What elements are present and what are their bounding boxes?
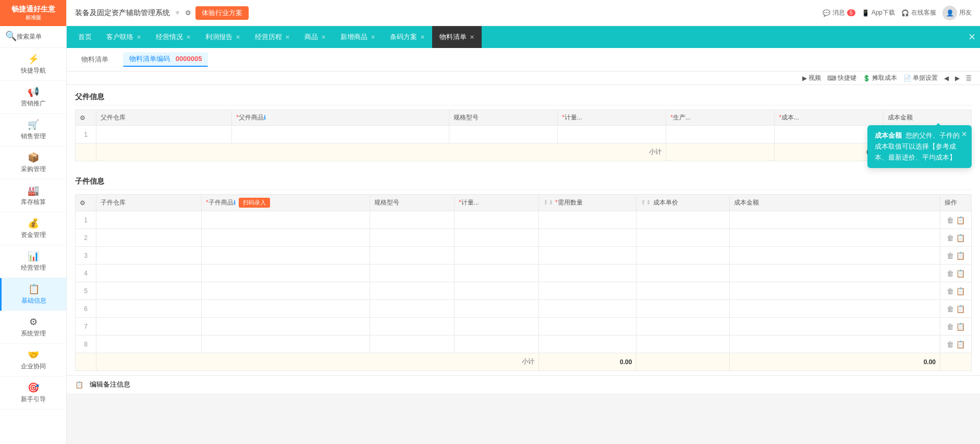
sidebar-item-sales[interactable]: 🛒 销售管理 xyxy=(0,114,66,147)
child-row-3-spec[interactable] xyxy=(370,247,455,265)
sidebar-item-operations[interactable]: 📊 经营管理 xyxy=(0,245,66,278)
child-row-2-unit[interactable] xyxy=(454,229,538,247)
tab-bom-close[interactable]: ✕ xyxy=(470,34,474,41)
sidebar-item-quicknav[interactable]: ⚡ 快捷导航 xyxy=(0,48,66,81)
user-btn[interactable]: 👤 用友 xyxy=(942,6,972,20)
prev-btn[interactable]: ◀ xyxy=(944,75,949,82)
subtab-list[interactable]: 物料清单 xyxy=(75,53,115,66)
child-row-1-product[interactable] xyxy=(202,211,370,229)
child-row-4-product[interactable] xyxy=(202,265,370,282)
child-row-5-warehouse[interactable] xyxy=(96,282,202,300)
tab-business[interactable]: 经营情况 ✕ xyxy=(149,26,198,48)
child-row-1-unit[interactable] xyxy=(454,211,538,229)
copy-icon-3[interactable]: 📋 xyxy=(956,251,965,260)
sidebar-item-finance[interactable]: 💰 资金管理 xyxy=(0,212,66,245)
tab-history-close[interactable]: ✕ xyxy=(285,34,290,41)
parent-row-1-unit[interactable] xyxy=(558,126,666,143)
sidebar-item-system[interactable]: ⚙ 系统管理 xyxy=(0,311,66,344)
child-row-2-spec[interactable] xyxy=(370,229,455,247)
child-row-7-qty[interactable] xyxy=(538,318,636,335)
tab-barcode-close[interactable]: ✕ xyxy=(420,34,425,41)
delete-icon-7[interactable]: 🗑 xyxy=(947,322,954,331)
sidebar-item-search[interactable]: 🔍 搜索菜单 xyxy=(0,26,66,48)
child-row-1-unit-cost[interactable] xyxy=(636,211,729,229)
cost-btn[interactable]: 💲 摊取成本 xyxy=(863,74,897,82)
child-row-2-unit-cost[interactable] xyxy=(636,229,729,247)
child-col-settings[interactable]: ⚙ xyxy=(76,195,96,211)
child-row-6-spec[interactable] xyxy=(370,300,455,318)
delete-icon-6[interactable]: 🗑 xyxy=(947,305,954,313)
child-row-8-product[interactable] xyxy=(202,335,370,353)
child-row-7-spec[interactable] xyxy=(370,318,455,335)
tab-bom[interactable]: 物料清单 ✕ xyxy=(432,26,482,48)
tab-home[interactable]: 首页 xyxy=(71,26,99,48)
copy-icon-8[interactable]: 📋 xyxy=(956,340,965,349)
child-row-7-product[interactable] xyxy=(202,318,370,335)
child-row-6-qty[interactable] xyxy=(538,300,636,318)
sidebar-item-basic[interactable]: 📋 基础信息 xyxy=(0,278,66,311)
child-row-4-warehouse[interactable] xyxy=(96,265,202,282)
child-row-4-unit[interactable] xyxy=(454,265,538,282)
child-row-3-product[interactable] xyxy=(202,247,370,265)
child-row-5-cost-amt[interactable] xyxy=(729,282,940,300)
child-row-3-qty[interactable] xyxy=(538,247,636,265)
child-row-7-unit-cost[interactable] xyxy=(636,318,729,335)
child-row-3-unit-cost[interactable] xyxy=(636,247,729,265)
child-row-5-spec[interactable] xyxy=(370,282,455,300)
child-row-6-cost-amt[interactable] xyxy=(729,300,940,318)
tooltip-close-btn[interactable]: ✕ xyxy=(961,128,967,140)
tab-business-close[interactable]: ✕ xyxy=(186,34,191,41)
sidebar-item-inventory[interactable]: 🏭 库存核算 xyxy=(0,179,66,212)
next-btn[interactable]: ▶ xyxy=(955,75,960,82)
delete-icon-8[interactable]: 🗑 xyxy=(947,340,954,349)
tab-customer[interactable]: 客户联络 ✕ xyxy=(99,26,149,48)
child-row-8-unit[interactable] xyxy=(454,335,538,353)
parent-row-1-warehouse[interactable] xyxy=(96,126,232,143)
child-row-4-spec[interactable] xyxy=(370,265,455,282)
child-row-1-qty[interactable] xyxy=(538,211,636,229)
child-row-8-spec[interactable] xyxy=(370,335,455,353)
child-row-5-unit-cost[interactable] xyxy=(636,282,729,300)
tab-customer-close[interactable]: ✕ xyxy=(137,34,141,41)
copy-icon-1[interactable]: 📋 xyxy=(956,216,965,224)
gear-btn[interactable]: ⚙ xyxy=(185,9,191,17)
delete-icon-5[interactable]: 🗑 xyxy=(947,287,954,295)
parent-col-settings[interactable]: ⚙ xyxy=(76,110,96,126)
copy-icon-5[interactable]: 📋 xyxy=(956,287,965,295)
child-row-6-unit[interactable] xyxy=(454,300,538,318)
child-row-4-cost-amt[interactable] xyxy=(729,265,940,282)
child-row-7-unit[interactable] xyxy=(454,318,538,335)
delete-icon-1[interactable]: 🗑 xyxy=(947,216,954,224)
sidebar-item-marketing[interactable]: 📢 营销推广 xyxy=(0,81,66,114)
subtab-code[interactable]: 物料清单编码 0000005 xyxy=(123,52,208,67)
child-row-6-product[interactable] xyxy=(202,300,370,318)
child-row-5-unit[interactable] xyxy=(454,282,538,300)
child-row-7-warehouse[interactable] xyxy=(96,318,202,335)
child-row-2-warehouse[interactable] xyxy=(96,229,202,247)
child-row-6-unit-cost[interactable] xyxy=(636,300,729,318)
try-btn[interactable]: 体验行业方案 xyxy=(195,6,249,20)
parent-row-1-prod[interactable] xyxy=(666,126,775,143)
delete-icon-3[interactable]: 🗑 xyxy=(947,251,954,260)
scan-btn[interactable]: 扫码录入 xyxy=(239,198,270,208)
grid-view-btn[interactable]: ☰ xyxy=(966,75,972,82)
child-row-8-qty[interactable] xyxy=(538,335,636,353)
child-row-6-warehouse[interactable] xyxy=(96,300,202,318)
parent-row-1-spec[interactable] xyxy=(449,126,557,143)
child-row-1-cost-amt[interactable] xyxy=(729,211,940,229)
child-row-1-warehouse[interactable] xyxy=(96,211,202,229)
tab-history[interactable]: 经营历程 ✕ xyxy=(248,26,297,48)
tab-product-close[interactable]: ✕ xyxy=(321,34,326,41)
sidebar-item-collab[interactable]: 🤝 企业协同 xyxy=(0,344,66,377)
child-row-2-cost-amt[interactable] xyxy=(729,229,940,247)
parent-row-1-product[interactable] xyxy=(232,126,449,143)
child-row-8-cost-amt[interactable] xyxy=(729,335,940,353)
child-row-2-product[interactable] xyxy=(202,229,370,247)
parent-row-1-cost[interactable] xyxy=(775,126,883,143)
child-row-1-spec[interactable] xyxy=(370,211,455,229)
tab-newproduct[interactable]: 新增商品 ✕ xyxy=(333,26,383,48)
child-row-2-qty[interactable] xyxy=(538,229,636,247)
copy-icon-6[interactable]: 📋 xyxy=(956,305,965,313)
copy-icon-4[interactable]: 📋 xyxy=(956,269,965,278)
message-btn[interactable]: 💬 消息 6 xyxy=(823,8,855,17)
